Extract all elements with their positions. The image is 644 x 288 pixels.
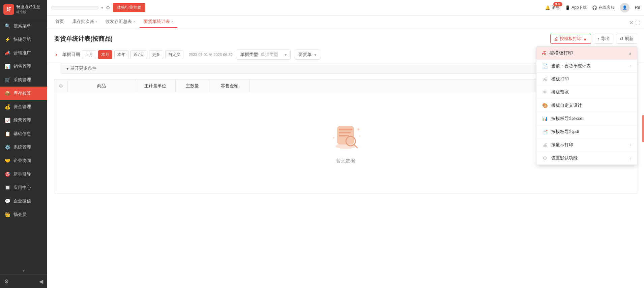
- sidebar-item-finance[interactable]: 💰 资金管理: [0, 100, 47, 114]
- message-badge: 99+: [553, 2, 562, 6]
- header-chevron-icon[interactable]: ▾: [101, 5, 103, 10]
- tab-inventory-batch[interactable]: 库存批次账 ×: [68, 16, 101, 28]
- filter-this-month[interactable]: 本月: [98, 50, 112, 59]
- sidebar-item-search[interactable]: 🔍 搜索菜单: [0, 19, 47, 33]
- main-area: ▾ ⚙ 体验行业方案 🔔 消息 99+ 📱 App下载 🎧 在线客服 👤 Rit: [47, 0, 644, 288]
- tab-requisition-stats[interactable]: 要货单统计表 ×: [140, 16, 177, 28]
- app-download-button[interactable]: 📱 App下载: [565, 5, 587, 10]
- marketing-icon: 📣: [4, 50, 11, 56]
- dropdown-display-print[interactable]: 🖨 按显示打印 ›: [536, 138, 637, 152]
- table-col-check: ⚙: [54, 80, 68, 92]
- tab-inventory-batch-close[interactable]: ×: [95, 20, 97, 24]
- template-print-button[interactable]: 🖨 按模板打印 ▲: [550, 34, 591, 44]
- sidebar-item-label: 采购管理: [13, 77, 31, 83]
- tab-expand-icon[interactable]: ⛶: [635, 20, 640, 26]
- filter-date-section: 单据日期 上月 本月 本年 近7天 更多 自定义: [62, 50, 183, 59]
- sidebar-item-collab[interactable]: 🤝 企业协同: [0, 154, 47, 167]
- sidebar-item-quick-nav[interactable]: ⚡ 快捷导航: [0, 33, 47, 46]
- tab-close-all-icon[interactable]: ✕: [629, 19, 634, 27]
- dropdown-export-pdf-label: 按模板导出pdf: [551, 129, 579, 135]
- headset-icon: 🎧: [592, 5, 597, 10]
- dropdown-template-preview[interactable]: 👁 模板预览: [536, 86, 637, 99]
- trial-button[interactable]: 体验行业方案: [113, 3, 145, 12]
- gear2-icon: ⚙: [542, 155, 548, 161]
- eye-icon: 👁: [542, 90, 548, 95]
- dropdown-title-text: 按模板打印: [549, 50, 573, 56]
- sidebar-item-apps[interactable]: 🔲 应用中心: [0, 181, 47, 194]
- dropdown-set-default[interactable]: ⚙ 设置默认功能 ›: [536, 152, 637, 165]
- tab-receivable-summary[interactable]: 收发存汇总表 ×: [101, 16, 139, 28]
- col-unit-label: 主计量单位: [144, 83, 166, 88]
- sidebar-item-sales[interactable]: 📊 销售管理: [0, 60, 47, 73]
- filter-more-date[interactable]: 更多: [149, 50, 163, 59]
- online-service-button[interactable]: 🎧 在线客服: [592, 5, 615, 10]
- svg-point-9: [333, 137, 334, 138]
- filter-expand-icon[interactable]: ›: [54, 52, 58, 58]
- filter-this-year[interactable]: 本年: [114, 50, 128, 59]
- sidebar-item-wechat[interactable]: 💬 企业微信: [0, 194, 47, 208]
- sidebar-item-member[interactable]: 👑 畅会员: [0, 208, 47, 221]
- dropdown-header: 🖨 按模板打印 ▲: [536, 47, 637, 60]
- filter-7days[interactable]: 近7天: [130, 50, 147, 59]
- logo-icon: 好: [3, 4, 14, 15]
- sidebar-item-basic[interactable]: 📋 基础信息: [0, 127, 47, 140]
- sidebar-scroll-down[interactable]: ▼: [22, 268, 26, 273]
- quicknav-icon: ⚡: [4, 36, 11, 43]
- tab-inventory-batch-label: 库存批次账: [72, 19, 94, 25]
- dropdown-export-excel[interactable]: 📊 按模板导出excel: [536, 112, 637, 125]
- settings-col-icon[interactable]: ⚙: [59, 84, 63, 89]
- sidebar-item-inventory[interactable]: 📦 库存核算: [0, 87, 47, 100]
- sidebar-item-label: 经营管理: [13, 117, 31, 123]
- dropdown-template-print[interactable]: 🖨 模板打印: [536, 73, 637, 86]
- sidebar-item-purchase[interactable]: 🛒 采购管理: [0, 73, 47, 87]
- refresh-label: 刷新: [625, 36, 634, 42]
- sidebar-item-marketing[interactable]: 📣 营销推广: [0, 46, 47, 60]
- sidebar-item-system[interactable]: ⚙️ 系统管理: [0, 140, 47, 154]
- message-button[interactable]: 🔔 消息 99+: [545, 5, 560, 10]
- dropdown-export-excel-label: 按模板导出excel: [551, 116, 583, 122]
- sidebar-item-guide[interactable]: 🎯 新手引导: [0, 167, 47, 181]
- dropdown-collapse-icon[interactable]: ▲: [628, 51, 632, 56]
- settings-icon[interactable]: ⚙: [4, 278, 9, 285]
- header-gear-icon[interactable]: ⚙: [106, 5, 110, 10]
- template-print-dropdown: 🖨 按模板打印 ▲ 📄 当前：要货单统计表 ›: [536, 46, 637, 165]
- filter-yaohuodan-select[interactable]: 要货单 ▾: [295, 50, 320, 60]
- tab-receivable-close[interactable]: ×: [133, 20, 135, 24]
- filter-date-range: 2023-06-01 至 2023-06-30: [189, 52, 233, 57]
- filter-type-label: 单据类型: [240, 52, 258, 58]
- chevron-up-icon: ▲: [583, 36, 587, 41]
- refresh-button[interactable]: ↺ 刷新: [616, 34, 637, 44]
- page-content: 要货单统计表(按商品) 🖨 按模板打印 ▲ ↑ 导出 ↺ 刷新: [47, 28, 644, 288]
- svg-rect-3: [339, 132, 351, 133]
- avatar-placeholder: 👤: [622, 5, 627, 10]
- col-qty-label: 主数量: [186, 83, 199, 88]
- avatar[interactable]: 👤: [620, 3, 630, 12]
- basic-icon: 📋: [4, 130, 11, 137]
- purchase-icon: 🛒: [4, 76, 11, 83]
- sidebar-item-operations[interactable]: 📈 经营管理: [0, 114, 47, 127]
- empty-icon: [329, 119, 362, 154]
- svg-point-6: [348, 138, 354, 144]
- resize-handle[interactable]: [642, 115, 644, 142]
- sidebar-item-label: 系统管理: [13, 144, 31, 150]
- filter-last-month[interactable]: 上月: [82, 50, 96, 59]
- collapse-icon[interactable]: ◀: [39, 278, 43, 285]
- design-icon: 🎨: [542, 103, 548, 108]
- export-button[interactable]: ↑ 导出: [594, 34, 614, 44]
- sidebar-item-label: 资金管理: [13, 104, 31, 110]
- tab-home[interactable]: 首页: [51, 16, 68, 28]
- filter-type-select[interactable]: 单据类型 单据类型 ▾: [237, 50, 291, 60]
- logo-text-block: 畅捷通好生意 标准版: [16, 4, 40, 14]
- printer3-icon: 🖨: [542, 142, 548, 148]
- page-title: 要货单统计表(按商品): [54, 35, 113, 43]
- dropdown-export-pdf[interactable]: 📑 按模板导出pdf: [536, 125, 637, 138]
- inventory-icon: 📦: [4, 90, 11, 97]
- dropdown-template-design[interactable]: 🎨 模板自定义设计: [536, 99, 637, 112]
- tab-requisition-close[interactable]: ×: [171, 20, 173, 24]
- dropdown-current-template[interactable]: 📄 当前：要货单统计表 ›: [536, 60, 637, 73]
- bell-icon: 🔔: [545, 5, 550, 10]
- sidebar-footer: ⚙ ◀: [0, 275, 47, 288]
- filter-custom-date[interactable]: 自定义: [165, 50, 183, 59]
- page-title-bar: 要货单统计表(按商品) 🖨 按模板打印 ▲ ↑ 导出 ↺ 刷新: [47, 28, 644, 46]
- sidebar-item-label: 企业协同: [13, 158, 31, 164]
